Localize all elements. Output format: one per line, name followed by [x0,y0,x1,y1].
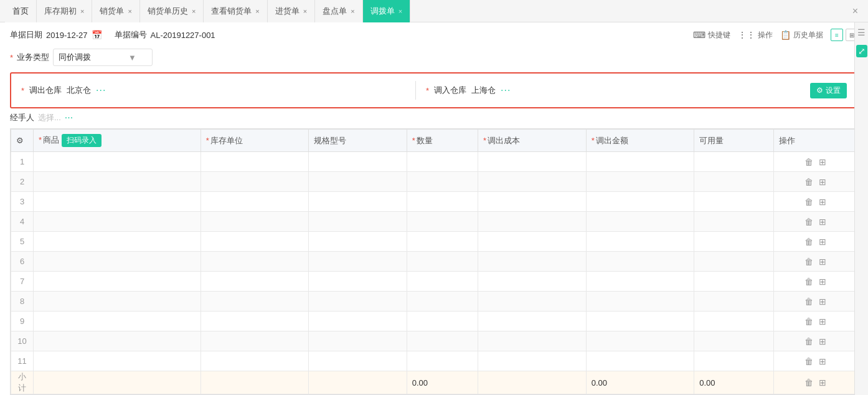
delete-row-icon[interactable]: 🗑 [804,336,813,346]
close-tab-inventory-init[interactable]: × [80,7,84,15]
side-expand-icon[interactable]: ⤢ [856,45,867,57]
cell-product-7[interactable] [34,272,201,292]
cell-amount-8[interactable] [586,292,694,312]
cell-amount-5[interactable] [586,232,694,252]
cell-unit-2[interactable] [200,172,309,192]
cell-amount-4[interactable] [586,212,694,232]
cell-spec-3[interactable] [309,192,407,212]
delete-row-icon[interactable]: 🗑 [804,197,813,207]
tab-sales-history[interactable]: 销货单历史 × [140,0,204,22]
cell-spec-4[interactable] [309,212,407,232]
close-tab-sales-history[interactable]: × [192,7,196,15]
cell-available-8[interactable] [694,292,774,312]
delete-row-icon[interactable]: 🗑 [804,237,813,247]
delete-row-icon[interactable]: 🗑 [804,177,813,187]
cell-qty-9[interactable] [407,312,478,331]
tab-view-sales[interactable]: 查看销货单 × [204,0,267,22]
close-tab-view-sales[interactable]: × [255,7,259,15]
copy-row-icon[interactable]: ⊞ [819,157,826,167]
tab-sales-order[interactable]: 销货单 × [92,0,139,22]
delete-row-icon[interactable]: 🗑 [804,277,813,287]
cell-cost-7[interactable] [478,272,587,292]
cell-unit-10[interactable] [200,331,309,351]
cell-product-10[interactable] [34,331,201,351]
tab-stocktake[interactable]: 盘点单 × [315,0,362,22]
copy-row-icon[interactable]: ⊞ [819,237,826,247]
cell-product-2[interactable] [34,172,201,192]
cell-amount-10[interactable] [586,331,694,351]
close-tab-sales-order[interactable]: × [128,7,131,15]
cell-qty-1[interactable] [407,152,478,172]
close-tab-stocktake[interactable]: × [351,7,354,15]
cell-amount-2[interactable] [586,172,694,192]
copy-row-icon[interactable]: ⊞ [819,277,826,287]
tab-home[interactable]: 首页 [5,0,37,22]
cell-spec-11[interactable] [309,351,407,371]
cell-amount-6[interactable] [586,252,694,272]
cell-available-4[interactable] [694,212,774,232]
cell-available-11[interactable] [694,351,774,371]
handler-select[interactable]: 选择... [38,112,61,123]
calendar-icon[interactable]: 📅 [92,30,102,40]
cell-cost-8[interactable] [478,292,587,312]
cell-cost-5[interactable] [478,232,587,252]
cell-qty-2[interactable] [407,172,478,192]
cell-spec-9[interactable] [309,312,407,331]
cell-unit-4[interactable] [200,212,309,232]
cell-cost-6[interactable] [478,252,587,272]
delete-row-icon[interactable]: 🗑 [804,157,813,167]
history-btn[interactable]: 📋 历史单据 [780,30,823,40]
cell-cost-3[interactable] [478,192,587,212]
in-warehouse-more-btn[interactable]: ··· [501,85,511,96]
cell-qty-5[interactable] [407,232,478,252]
subtotal-copy-icon[interactable]: ⊞ [819,378,826,388]
cell-spec-6[interactable] [309,252,407,272]
scan-entry-btn[interactable]: 扫码录入 [62,134,101,147]
cell-available-5[interactable] [694,232,774,252]
cell-product-4[interactable] [34,212,201,232]
close-tab-purchase-order[interactable]: × [303,7,307,15]
cell-cost-2[interactable] [478,172,587,192]
side-list-icon[interactable]: ☰ [857,27,866,37]
out-warehouse-value[interactable]: 北京仓 [67,85,91,96]
copy-row-icon[interactable]: ⊞ [819,257,826,267]
copy-row-icon[interactable]: ⊞ [819,197,826,207]
delete-row-icon[interactable]: 🗑 [804,257,813,267]
cell-spec-8[interactable] [309,292,407,312]
cell-available-1[interactable] [694,152,774,172]
cell-product-5[interactable] [34,232,201,252]
cell-product-9[interactable] [34,312,201,331]
cell-available-9[interactable] [694,312,774,331]
cell-spec-2[interactable] [309,172,407,192]
cell-product-11[interactable] [34,351,201,371]
copy-row-icon[interactable]: ⊞ [819,356,826,366]
copy-row-icon[interactable]: ⊞ [819,297,826,307]
cell-qty-11[interactable] [407,351,478,371]
cell-amount-1[interactable] [586,152,694,172]
cell-product-6[interactable] [34,252,201,272]
cell-amount-11[interactable] [586,351,694,371]
tab-purchase-order[interactable]: 进货单 × [268,0,315,22]
cell-amount-7[interactable] [586,272,694,292]
cell-cost-9[interactable] [478,312,587,331]
cell-product-3[interactable] [34,192,201,212]
cell-unit-3[interactable] [200,192,309,212]
cell-available-10[interactable] [694,331,774,351]
cell-qty-7[interactable] [407,272,478,292]
cell-cost-10[interactable] [478,331,587,351]
delete-row-icon[interactable]: 🗑 [804,217,813,227]
cell-cost-11[interactable] [478,351,587,371]
cell-cost-1[interactable] [478,152,587,172]
delete-row-icon[interactable]: 🗑 [804,356,813,366]
shortcut-btn[interactable]: ⌨ 快捷键 [693,30,730,40]
close-all-tabs[interactable]: × [847,6,863,17]
cell-spec-5[interactable] [309,232,407,252]
tab-inventory-init[interactable]: 库存期初 × [37,0,92,22]
cell-qty-4[interactable] [407,212,478,232]
cell-unit-9[interactable] [200,312,309,331]
cell-cost-4[interactable] [478,212,587,232]
cell-product-8[interactable] [34,292,201,312]
cell-unit-11[interactable] [200,351,309,371]
cell-spec-1[interactable] [309,152,407,172]
out-warehouse-more-btn[interactable]: ··· [96,85,106,96]
